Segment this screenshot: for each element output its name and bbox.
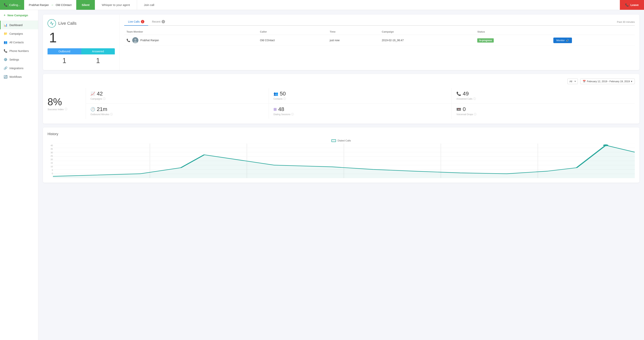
filter-select[interactable]: All (567, 78, 578, 84)
col-campaign: Campaign (380, 29, 475, 35)
tab-live-calls[interactable]: Live Calls 1 (124, 18, 148, 26)
success-index-panel: 8% Success Index ⓘ (48, 88, 86, 119)
stat-contacts: 👥 50 Contacts ⓘ (269, 88, 452, 104)
info-icon-success[interactable]: ⓘ (64, 108, 67, 111)
cell-action: Monitor 🔊 (551, 35, 635, 46)
stats-col-1: 📈 42 Campaigns ⓘ 🕐 21m (86, 88, 269, 119)
live-calls-table: Team Member Caller Time Campaign Status (124, 29, 635, 46)
settings-icon: ⚙️ (4, 58, 8, 61)
recent-badge: 0 (162, 20, 165, 24)
col-time: Time (327, 29, 379, 35)
y-label-35: 35 (48, 148, 53, 150)
info-icon-campaigns[interactable]: ⓘ (103, 97, 106, 100)
live-calls-right-panel: Live Calls 1 Recent 0 Past 30 minutes Te… (120, 14, 640, 70)
phone-numbers-icon: 📞 (4, 49, 8, 53)
agent-name: Prabhat Ranjan (29, 3, 49, 6)
date-range-picker[interactable]: 📅 February 12, 2019 - February 19, 2019 … (580, 78, 635, 84)
avatar (132, 37, 138, 43)
clock-icon: 🕐 (90, 107, 95, 112)
sidebar-item-campaigns[interactable]: 📁 Campaigns (0, 29, 38, 38)
live-calls-count: 1 (48, 31, 115, 44)
legend-color-dialed (332, 139, 336, 142)
y-label-30: 30 (48, 152, 53, 154)
call-status-icon: 📞 (126, 38, 130, 42)
live-calls-left-panel: Live Calls 1 Outbound 1 Answered 1 (43, 14, 120, 70)
calendar-icon: 📅 (583, 80, 586, 83)
live-calls-badge: 1 (141, 20, 144, 24)
time-filter-label: Past 30 minutes (617, 20, 635, 24)
sidebar: ＋ New Campaign 📊 Dashboard 📁 Campaigns 👥… (0, 10, 38, 340)
dashboard-icon: 📊 (4, 23, 8, 27)
live-calls-title: Live Calls (58, 21, 76, 26)
silent-button[interactable]: Silent (76, 0, 95, 10)
live-calls-icon (48, 19, 56, 28)
history-section: History Dialed Calls 0 5 10 15 20 25 30 (43, 128, 640, 183)
campaigns-stat-icon: 📈 (90, 92, 95, 96)
info-icon-dialing[interactable]: ⓘ (291, 113, 294, 116)
workflows-icon: 🔄 (4, 75, 8, 78)
history-svg (53, 144, 635, 178)
dialing-icon: ⊞ (274, 107, 277, 112)
leave-button[interactable]: 📞 Leave (620, 0, 644, 10)
cell-status: In-progress (475, 35, 551, 46)
main-layout: ＋ New Campaign 📊 Dashboard 📁 Campaigns 👥… (0, 10, 644, 340)
y-label-20: 20 (48, 158, 53, 160)
sidebar-item-integrations[interactable]: 🔗 Integrations (0, 64, 38, 72)
sidebar-item-dashboard[interactable]: 📊 Dashboard (0, 21, 38, 29)
live-calls-tabs: Live Calls 1 Recent 0 Past 30 minutes (124, 18, 635, 26)
phone-answered-icon: 📞 (456, 92, 461, 96)
y-label-25: 25 (48, 155, 53, 157)
y-label-10: 10 (48, 166, 53, 168)
whisper-button[interactable]: Whisper to your agent (95, 0, 137, 10)
y-label-0: 0 (48, 172, 53, 174)
contacts-stat-icon: 👥 (274, 92, 278, 96)
info-icon-contacts[interactable]: ⓘ (283, 97, 286, 100)
sidebar-item-all-contacts[interactable]: 👥 All Contacts (0, 38, 38, 46)
cell-caller: Old COntact (258, 35, 327, 46)
live-calls-section: Live Calls 1 Outbound 1 Answered 1 (43, 14, 640, 70)
info-icon-voicemail[interactable]: ⓘ (474, 113, 476, 116)
main-content: Live Calls 1 Outbound 1 Answered 1 (38, 10, 644, 340)
join-call-button[interactable]: Join call (137, 0, 161, 10)
sidebar-item-workflows[interactable]: 🔄 Workflows (0, 72, 38, 81)
cell-team-member: 📞 Prabhat Ranjan (124, 35, 258, 46)
svg-point-1 (134, 39, 136, 41)
stat-voicemail-drops: 📼 0 Voicemail Drops ⓘ (452, 104, 635, 119)
col-action (551, 29, 635, 35)
stat-outbound-minutes: 🕐 21m Outbound Minutes ⓘ (86, 104, 269, 119)
monitor-button[interactable]: Monitor 🔊 (553, 38, 572, 43)
stat-campaigns: 📈 42 Campaigns ⓘ (86, 88, 269, 104)
table-row: 📞 Prabhat Ranjan (124, 35, 635, 46)
outbound-bar: Outbound (48, 48, 81, 54)
chevron-down-icon: ▾ (631, 80, 632, 83)
stat-dialing-sessions: ⊞ 48 Dialing Sessions ⓘ (269, 104, 452, 119)
topbar: 📞 Calling... Prabhat Ranjan → Old COntac… (0, 0, 644, 10)
new-campaign-button[interactable]: ＋ New Campaign (0, 10, 38, 21)
success-index-value: 8% (48, 96, 62, 108)
contact-name: Old COntact (56, 3, 72, 6)
info-icon-answered[interactable]: ⓘ (473, 97, 476, 100)
integrations-icon: 🔗 (4, 66, 8, 70)
campaigns-icon: 📁 (4, 32, 8, 36)
contacts-icon: 👥 (4, 40, 8, 44)
history-chart: 0 5 10 15 20 25 30 35 40 (48, 144, 635, 178)
plus-icon: ＋ (3, 14, 6, 17)
sidebar-item-settings[interactable]: ⚙️ Settings (0, 55, 38, 64)
voicemail-icon: 📼 (456, 107, 461, 112)
stats-grid: 8% Success Index ⓘ 📈 42 Campaigns (48, 88, 635, 119)
outbound-answered-bar: Outbound 1 Answered 1 (48, 48, 115, 66)
status-badge: In-progress (477, 38, 494, 42)
stats-filter: All 📅 February 12, 2019 - February 19, 2… (48, 78, 635, 84)
y-label-5: 5 (48, 169, 53, 171)
cell-campaign: 2019-02-19_06:47 (380, 35, 475, 46)
col-status: Status (475, 29, 551, 35)
outbound-count: 1 (48, 54, 81, 66)
svg-point-18 (603, 144, 608, 146)
stat-answered-calls: 📞 49 Answered Calls ⓘ (452, 88, 635, 104)
arrow-icon: → (51, 3, 54, 7)
info-icon-minutes[interactable]: ⓘ (110, 113, 113, 116)
tab-recent[interactable]: Recent 0 (148, 18, 169, 26)
answered-count: 1 (81, 54, 115, 66)
volume-icon: 🔊 (566, 39, 569, 42)
sidebar-item-phone-numbers[interactable]: 📞 Phone Numbers (0, 46, 38, 55)
